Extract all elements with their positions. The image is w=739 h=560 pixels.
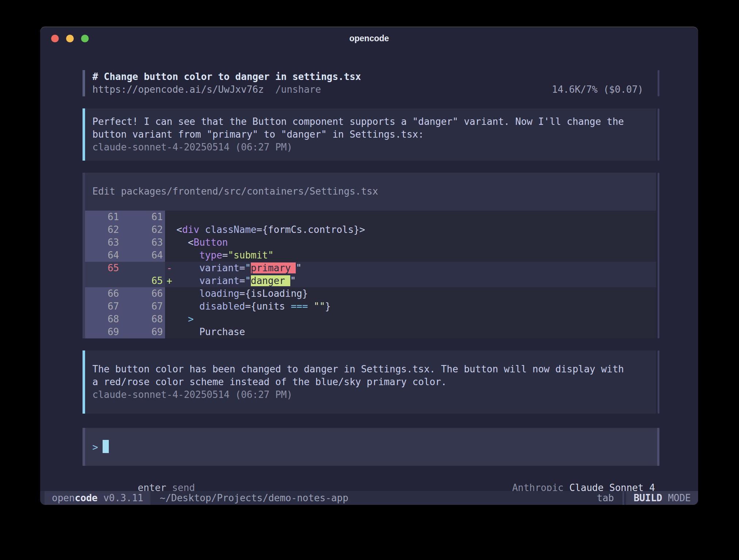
diff-code-line: <div className={formCs.controls}> bbox=[165, 223, 656, 236]
diff-new-line-number: 69 bbox=[119, 326, 163, 338]
status-divider bbox=[623, 491, 624, 505]
assistant-message: The button color has been changed to dan… bbox=[83, 350, 659, 414]
diff-code-line: loading={isLoading} bbox=[165, 287, 656, 300]
opencode-window: opencode # Change button color to danger… bbox=[40, 27, 698, 505]
diff-code-line: + variant="danger" bbox=[165, 275, 656, 287]
edit-tool-title: Edit packages/frontend/src/containers/Se… bbox=[85, 173, 656, 211]
diff-row: 6969 Purchase bbox=[85, 326, 656, 338]
diff-new-line-number bbox=[119, 262, 163, 275]
share-url[interactable]: https://opencode.ai/s/UwJxv76z bbox=[92, 83, 264, 96]
mode-suffix: MODE bbox=[668, 492, 691, 505]
diff-new-line-number: 61 bbox=[119, 211, 163, 223]
diff-code-line: type="submit" bbox=[165, 249, 656, 262]
diff-row: 6363 <Button bbox=[85, 236, 656, 249]
diff-code-line: > bbox=[165, 313, 656, 326]
edit-tool-block: Edit packages/frontend/src/containers/Se… bbox=[83, 173, 659, 338]
diff-row: 6767 disabled={units === ""} bbox=[85, 300, 656, 313]
diff-old-line-number: 67 bbox=[85, 300, 119, 313]
prompt-symbol: > bbox=[92, 442, 98, 453]
diff-row: 6666 loading={isLoading} bbox=[85, 287, 656, 300]
block-right-border bbox=[658, 70, 659, 96]
project-path: ~/Desktop/Projects/demo-notes-app bbox=[160, 492, 348, 505]
minimize-button[interactable] bbox=[66, 35, 74, 42]
prompt-input[interactable]: > bbox=[83, 428, 659, 466]
diff-row: 65- variant="primary" bbox=[85, 262, 656, 275]
diff-code-line bbox=[165, 211, 656, 223]
status-bar: opencode v0.3.11 ~/Desktop/Projects/demo… bbox=[40, 491, 698, 505]
brand-chip: opencode v0.3.11 bbox=[45, 491, 150, 505]
traffic-lights bbox=[51, 27, 89, 50]
diff-old-line-number: 65 bbox=[85, 262, 119, 275]
diff-code-line: disabled={units === ""} bbox=[165, 300, 656, 313]
diff-row: 6464 type="submit" bbox=[85, 249, 656, 262]
block-right-border bbox=[658, 108, 659, 161]
zoom-button[interactable] bbox=[81, 35, 89, 42]
diff-old-line-number bbox=[85, 275, 119, 287]
diff-old-line-number: 69 bbox=[85, 326, 119, 338]
brand-suffix: code bbox=[75, 492, 98, 505]
message-line: The button color has been changed to dan… bbox=[92, 363, 656, 376]
diff-removed-sign: - bbox=[166, 262, 172, 275]
diff-new-line-number: 62 bbox=[119, 223, 163, 236]
diff-old-line-number: 66 bbox=[85, 287, 119, 300]
diff-new-line-number: 68 bbox=[119, 313, 163, 326]
diff-new-line-number: 64 bbox=[119, 249, 163, 262]
diff-added-sign: + bbox=[166, 275, 172, 287]
diff-old-line-number: 62 bbox=[85, 223, 119, 236]
diff-row: 65+ variant="danger" bbox=[85, 275, 656, 287]
diff-new-line-number: 63 bbox=[119, 236, 163, 249]
diff-code-line: Purchase bbox=[165, 326, 656, 338]
diff-code-line: <Button bbox=[165, 236, 656, 249]
message-meta: claude-sonnet-4-20250514 (06:27 PM) bbox=[92, 141, 656, 154]
diff-old-line-number: 61 bbox=[85, 211, 119, 223]
block-right-border bbox=[658, 350, 659, 414]
mode-chip: BUILD MODE bbox=[626, 491, 698, 505]
message-line: a red/rose color scheme instead of the b… bbox=[92, 376, 656, 388]
unshare-command[interactable]: /unshare bbox=[275, 83, 321, 96]
titlebar: opencode bbox=[40, 27, 698, 50]
version-label: v0.3.11 bbox=[97, 492, 143, 505]
assistant-message: Perfect! I can see that the Button compo… bbox=[83, 108, 659, 161]
diff-row: 6161 bbox=[85, 211, 656, 223]
diff-new-line-number: 65 bbox=[119, 275, 163, 287]
tab-key-hint: tab bbox=[597, 492, 614, 505]
close-button[interactable] bbox=[51, 35, 59, 42]
window-title: opencode bbox=[349, 32, 389, 45]
message-text: The button color has been changed to dan… bbox=[92, 363, 656, 388]
diff-view: 61616262 <div className={formCs.controls… bbox=[85, 211, 656, 338]
session-content: # Change button color to danger in setti… bbox=[40, 70, 698, 505]
diff-old-line-number: 68 bbox=[85, 313, 119, 326]
message-meta: claude-sonnet-4-20250514 (06:27 PM) bbox=[92, 388, 656, 401]
diff-row: 6262 <div className={formCs.controls}> bbox=[85, 223, 656, 236]
diff-new-line-number: 67 bbox=[119, 300, 163, 313]
message-text: Perfect! I can see that the Button compo… bbox=[92, 115, 656, 141]
session-title: # Change button color to danger in setti… bbox=[92, 70, 643, 83]
mode-name: BUILD bbox=[633, 492, 668, 505]
brand-prefix: open bbox=[52, 492, 75, 505]
text-cursor bbox=[103, 440, 109, 453]
diff-old-line-number: 63 bbox=[85, 236, 119, 249]
prompt-input-row: > bbox=[83, 428, 659, 466]
block-right-border bbox=[658, 173, 659, 338]
diff-new-line-number: 66 bbox=[119, 287, 163, 300]
diff-code-line: - variant="primary" bbox=[165, 262, 656, 275]
message-line: Perfect! I can see that the Button compo… bbox=[92, 115, 656, 128]
diff-row: 6868 > bbox=[85, 313, 656, 326]
token-usage: 14.6K/7% ($0.07) bbox=[552, 83, 643, 96]
session-header: # Change button color to danger in setti… bbox=[83, 70, 659, 96]
message-line: button variant from "primary" to "danger… bbox=[92, 128, 656, 141]
diff-old-line-number: 64 bbox=[85, 249, 119, 262]
